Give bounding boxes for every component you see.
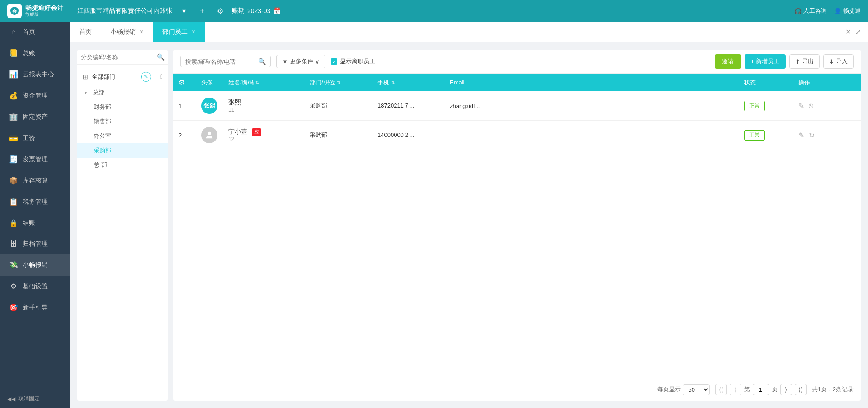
export-btn[interactable]: ⬆ 导出 [789,54,820,69]
col-email: Email [444,78,739,87]
show-resigned-checkbox[interactable]: ✓ [331,58,337,65]
sidebar-item-payroll[interactable]: 💳 工资 [0,127,70,149]
sort-phone-icon[interactable]: ⇅ [391,80,395,85]
row2-index: 2 [173,121,196,150]
row2-actions: ✎ ↻ [793,121,861,150]
page-size-dropdown[interactable]: 10 20 50 100 [683,384,710,395]
company-dropdown-btn[interactable]: ▾ [178,5,190,17]
sidebar-item-ledger[interactable]: 📒 总账 [0,42,70,64]
close-period-icon: 🔒 [9,219,18,227]
dept-item-purchase-label: 采购部 [94,146,111,155]
row1-logout-btn[interactable]: ⎋ [809,102,813,110]
sort-name-icon[interactable]: ⇅ [255,80,259,85]
sidebar-item-archive[interactable]: 🗄 归档管理 [0,234,70,254]
table-body: 1 张熙 张熙 11 采购部 [173,91,861,378]
row1-edit-btn[interactable]: ✎ [798,102,804,110]
sidebar-item-home[interactable]: ⌂ 首页 [0,22,70,42]
pin-icon: ◀◀ [7,396,15,402]
reports-icon: 📊 [9,70,18,79]
ledger-icon: 📒 [9,49,18,57]
dept-item-hq[interactable]: ▾ 总部 [77,85,168,100]
sort-dept-icon[interactable]: ⇅ [337,80,340,85]
import-btn[interactable]: ⬇ 导入 [823,54,854,69]
sidebar-item-settings[interactable]: ⚙ 基础设置 [0,276,70,297]
import-icon: ⬇ [829,58,834,65]
dept-item-office[interactable]: 办公室 [77,129,168,143]
row2-avatar [196,121,223,150]
tab-dept-employee-close[interactable]: ✕ [191,29,196,35]
pager: ⟨⟨ ⟨ 第 页 ⟩ ⟩⟩ [715,384,807,395]
dept-edit-btn[interactable]: ✎ [141,72,151,82]
sidebar-item-label-payroll: 工资 [23,134,35,142]
col-settings-icon[interactable]: ⚙ [179,78,185,87]
show-resigned-label[interactable]: ✓ 显示离职员工 [331,57,375,66]
tab-expense[interactable]: 小畅报销 ✕ [101,22,153,42]
pager-input[interactable] [753,384,769,395]
sidebar-item-guide[interactable]: 🎯 新手引导 [0,297,70,318]
col-phone[interactable]: 手机 ⇅ [372,78,444,87]
row2-emp-name: 宁小壹 [228,128,247,136]
sidebar-item-close[interactable]: 🔒 结账 [0,212,70,234]
col-status: 状态 [739,78,793,87]
dept-item-finance[interactable]: 财务部 [77,100,168,114]
row1-dept-value: 采购部 [310,102,327,110]
tab-expense-label: 小畅报销 [110,28,136,36]
tab-maximize-btn[interactable]: ⤢ [855,28,861,36]
user-profile-btn[interactable]: 👤 畅捷通 [834,7,861,15]
sidebar-item-assets[interactable]: 🏢 固定资产 [0,106,70,127]
sidebar-item-funds[interactable]: 💰 资金管理 [0,85,70,106]
pager-first-btn[interactable]: ⟨⟨ [715,384,727,395]
sidebar-item-expense[interactable]: 💸 小畅报销 [0,254,70,276]
app-title: 畅捷通好会计 [25,4,63,12]
tab-dept-employee-label: 部门员工 [162,28,188,36]
dept-item-sales[interactable]: 销售部 [77,114,168,129]
employee-search-icon[interactable]: 🔍 [258,58,266,65]
home-icon: ⌂ [9,28,18,36]
col-dept[interactable]: 部门/职位 ⇅ [304,78,372,87]
tab-home[interactable]: 首页 [70,22,101,42]
row2-refresh-btn[interactable]: ↻ [809,131,815,140]
sidebar-item-inventory[interactable]: 📦 库存核算 [0,170,70,191]
table-header: ⚙ 头像 姓名/编码 ⇅ 部门/职位 ⇅ 手机 ⇅ [173,74,861,91]
sidebar-item-invoice[interactable]: 🧾 发票管理 [0,149,70,170]
settings-gear-icon[interactable]: ⚙ [214,5,226,17]
col-name[interactable]: 姓名/编码 ⇅ [223,78,304,87]
sidebar-item-label-reports: 云报表中心 [23,70,54,79]
human-service-btn[interactable]: 🎧 人工咨询 [794,7,827,15]
pager-label: 第 [744,385,750,394]
sidebar-item-tax[interactable]: 📋 税务管理 [0,191,70,212]
svg-text:会: 会 [12,9,17,14]
sidebar-item-reports[interactable]: 📊 云报表中心 [0,64,70,85]
sidebar-item-label-close: 结账 [23,219,35,227]
tab-dept-employee[interactable]: 部门员工 ✕ [153,22,205,42]
employee-panel: 🔍 ▼ 更多条件 ∨ ✓ 显示离职员工 邀请 + 新增员工 [173,50,861,401]
pager-last-btn[interactable]: ⟩⟩ [795,384,807,395]
employee-search-input[interactable] [185,58,255,65]
page-size-label: 每页显示 [657,385,681,394]
dept-search-input[interactable] [81,54,157,61]
company-name[interactable]: 江西服宝精品有限责任公司内账张 [77,7,172,15]
row2-edit-btn[interactable]: ✎ [798,131,804,140]
dept-item-purchase[interactable]: 采购部 [77,143,168,158]
more-filter-btn[interactable]: ▼ 更多条件 ∨ [276,55,326,68]
dept-item-general[interactable]: 总 部 [77,158,168,172]
add-btn[interactable]: ＋ [196,5,208,17]
pager-prev-btn[interactable]: ⟨ [730,384,741,395]
col-actions: 操作 [793,78,861,87]
svg-point-2 [208,132,211,135]
tab-expense-close[interactable]: ✕ [139,29,144,35]
pager-next-btn[interactable]: ⟩ [780,384,792,395]
dept-collapse-icon[interactable]: 《 [156,73,162,81]
dept-all-item[interactable]: ⊞ 全部部门 ✎ 《 [77,68,168,85]
calendar-icon[interactable]: 📅 [273,7,281,14]
invoice-icon: 🧾 [9,155,18,164]
col-settings[interactable]: ⚙ [173,78,196,87]
page-size-select: 每页显示 10 20 50 100 [657,384,710,395]
cancel-pin-btn[interactable]: ◀◀ 取消固定 [0,389,70,408]
add-employee-btn[interactable]: + 新增员工 [745,54,786,69]
sidebar-item-label-archive: 归档管理 [23,240,48,248]
row1-status: 正常 [739,91,793,120]
invite-btn[interactable]: 邀请 [715,54,741,69]
tab-close-window-btn[interactable]: ✕ [845,28,851,36]
account-period-value[interactable]: 2023-03 [247,7,270,14]
